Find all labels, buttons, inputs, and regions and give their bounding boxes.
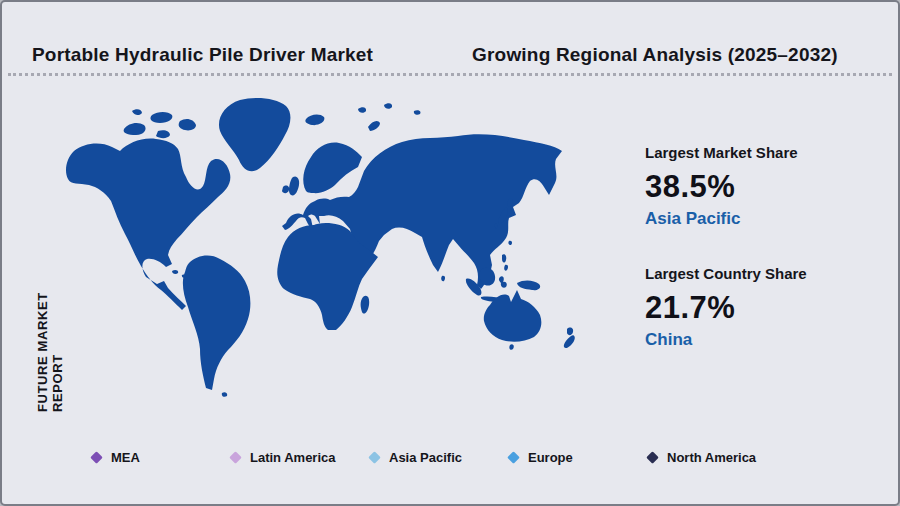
legend-label: Asia Pacific (389, 450, 462, 465)
legend-item-mea: MEA (92, 450, 231, 465)
stat-value: 38.5% (645, 169, 885, 205)
stat-largest-market-share: Largest Market Share 38.5% Asia Pacific (645, 144, 885, 229)
world-map-landmasses (66, 98, 575, 397)
map-british-isles (282, 176, 299, 195)
page-subtitle: Growing Regional Analysis (2025–2032) (472, 44, 838, 66)
legend-label: MEA (111, 450, 140, 465)
diamond-marker-icon (507, 451, 520, 464)
map-russian-arctic-islands (358, 103, 421, 131)
page-title: Portable Hydraulic Pile Driver Market (32, 44, 373, 66)
legend-item-latin-america: Latin America (231, 450, 370, 465)
stat-region: China (645, 330, 885, 350)
map-south-america (172, 256, 250, 397)
brand-vertical-text: FUTURE MARKET REPORT (35, 232, 65, 412)
infographic-canvas: Portable Hydraulic Pile Driver Market Gr… (0, 0, 900, 506)
legend-label: Latin America (250, 450, 336, 465)
diamond-marker-icon (646, 451, 659, 464)
stat-region: Asia Pacific (645, 209, 885, 229)
stat-value: 21.7% (645, 290, 885, 326)
diamond-marker-icon (90, 451, 103, 464)
stat-label: Largest Country Share (645, 265, 885, 282)
map-arctic-islands (124, 109, 196, 138)
legend-label: Europe (528, 450, 573, 465)
legend-item-asia-pacific: Asia Pacific (370, 450, 509, 465)
header-divider (8, 73, 892, 76)
stat-label: Largest Market Share (645, 144, 885, 161)
map-new-zealand (564, 328, 575, 348)
diamond-marker-icon (368, 451, 381, 464)
legend-label: North America (667, 450, 756, 465)
map-legend: MEA Latin America Asia Pacific Europe No… (92, 450, 787, 465)
world-map (62, 87, 622, 407)
legend-item-europe: Europe (509, 450, 648, 465)
stat-largest-country-share: Largest Country Share 21.7% China (645, 265, 885, 350)
legend-item-north-america: North America (648, 450, 787, 465)
diamond-marker-icon (229, 451, 242, 464)
map-scandinavia (303, 143, 362, 194)
map-greenland (219, 98, 324, 171)
map-philippines (502, 241, 512, 271)
